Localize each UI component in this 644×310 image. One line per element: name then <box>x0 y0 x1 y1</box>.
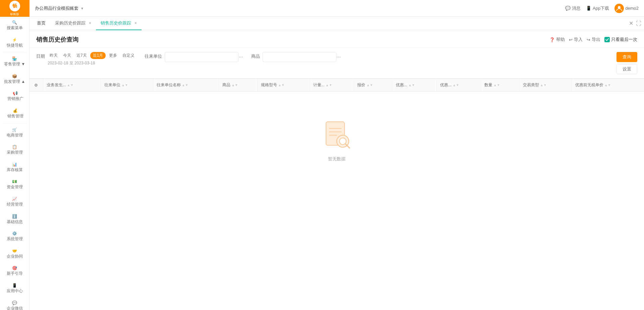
sidebar-item-ecommerce-mgmt[interactable]: 🛒 电商管理 <box>0 124 29 142</box>
th-gear: ⚙ <box>30 79 43 92</box>
user-profile[interactable]: demo2 <box>614 4 639 13</box>
help-btn[interactable]: ❓ 帮助 <box>549 37 565 43</box>
close-all-tabs-btn[interactable]: ✕ <box>629 20 633 27</box>
sort-icon-quantity: ▲▼ <box>493 84 500 87</box>
tab-close-sales[interactable]: × <box>135 21 137 25</box>
import-label: 导入 <box>574 37 583 43</box>
download-label: App下载 <box>593 5 609 11</box>
sidebar-item-inventory[interactable]: 📊 库存核算 <box>0 159 29 176</box>
date-tab-custom[interactable]: 自定义 <box>120 52 137 59</box>
date-filter-group: 日期 昨天 今天 近7天 近1月 更多 自定义 2023-02-18 至 202… <box>36 52 137 66</box>
th-quantity[interactable]: 数量▲▼ <box>481 79 520 92</box>
sort-icon-biz-date: ▲▼ <box>67 84 74 87</box>
th-quote-price[interactable]: 报价▲▼ <box>354 79 392 92</box>
sales-icon: 💰 <box>13 108 18 113</box>
expand-btn[interactable]: ⛶ <box>636 20 641 27</box>
th-pre-tax-price[interactable]: 优惠前无税单价▲▼ <box>572 79 644 92</box>
wechat-icon: 💬 <box>12 301 17 305</box>
th-discount2[interactable]: 优惠...▲▼ <box>437 79 481 92</box>
sort-icon-unit: ▲▼ <box>326 84 332 87</box>
checkbox-icon <box>604 37 610 42</box>
sidebar-item-system-mgmt[interactable]: ⚙️ 系统管理 <box>0 228 29 245</box>
gear-icon[interactable]: ⚙ <box>34 83 38 88</box>
sidebar-item-label: 电商管理 <box>7 133 23 138</box>
sidebar-item-label: 企业协同 <box>7 254 23 259</box>
export-icon: ↪ <box>587 37 590 42</box>
th-spec[interactable]: 规格型号▲▼ <box>257 79 310 92</box>
sort-icon-product: ▲▼ <box>231 84 238 87</box>
date-tab-today[interactable]: 今天 <box>61 52 73 59</box>
date-filter-label: 日期 <box>36 52 45 59</box>
sidebar-item-finance-mgmt[interactable]: 💵 资金管理 <box>0 176 29 193</box>
product-input-wrapper: ··· <box>263 52 341 62</box>
sidebar-item-new-guide[interactable]: 🎯 新手引导 <box>0 262 29 280</box>
tab-sales-history[interactable]: 销售历史价跟踪 × <box>96 17 142 30</box>
sidebar-item-label: 经营管理 <box>7 202 23 207</box>
sidebar-item-label: 营销推广 <box>7 96 23 102</box>
topbar-right: 💬 消息 📱 App下载 demo2 <box>565 4 639 13</box>
sidebar-item-label: 快捷导航 <box>7 43 23 48</box>
date-filter-dates: 昨天 今天 近7天 近1月 更多 自定义 2023-02-18 至 2023-0… <box>48 52 137 66</box>
date-tab-yesterday[interactable]: 昨天 <box>48 52 60 59</box>
th-trade-type[interactable]: 交易类型▲▼ <box>520 79 572 92</box>
date-tab-more[interactable]: 更多 <box>107 52 119 59</box>
sidebar-item-basic-info[interactable]: ℹ️ 基础信息 <box>0 211 29 228</box>
sidebar-item-sales-mgmt[interactable]: 💰 销售管理 <box>0 105 29 122</box>
sidebar-item-label: 应用中心 <box>7 289 23 294</box>
sidebar-item-wholesale-mgmt[interactable]: 📦 批发管理 ▲ <box>0 70 29 88</box>
th-biz-date[interactable]: 业务发生...▲▼ <box>43 79 101 92</box>
operations-icon: 📈 <box>12 197 17 201</box>
sidebar-item-quick-nav[interactable]: ⚡ 快捷导航 <box>0 34 29 52</box>
tab-purchase-history[interactable]: 采购历史价跟踪 × <box>50 17 96 30</box>
query-button[interactable]: 查询 <box>616 52 637 62</box>
sidebar-nav: 🔍 搜索菜单 ⚡ 快捷导航 🏪 零售管理 ▼ 📦 批发管理 ▲ 📢 营销推广 💰… <box>0 17 29 310</box>
import-icon: ↩ <box>569 37 573 42</box>
sidebar-item-operations-mgmt[interactable]: 📈 经营管理 <box>0 193 29 211</box>
sidebar-item-label: 采购管理 <box>7 150 23 155</box>
sidebar-item-label: 销售管理 <box>7 114 23 119</box>
empty-svg <box>320 118 354 152</box>
th-product[interactable]: 商品▲▼ <box>219 79 257 92</box>
sidebar-item-retail-mgmt[interactable]: 🏪 零售管理 ▼ <box>0 53 29 70</box>
download-btn[interactable]: 📱 App下载 <box>586 5 609 11</box>
tab-home[interactable]: 首页 <box>32 17 50 30</box>
sidebar-item-marketing[interactable]: 📢 营销推广 <box>0 88 29 105</box>
message-btn[interactable]: 💬 消息 <box>565 5 581 11</box>
import-btn[interactable]: ↩ 导入 <box>569 37 583 43</box>
page-title: 销售历史价查询 <box>36 36 78 44</box>
th-discount1[interactable]: 优惠...▲▼ <box>392 79 437 92</box>
sort-icon-discount2: ▲▼ <box>452 84 459 87</box>
partner-input-dots[interactable]: ··· <box>238 54 243 60</box>
product-input-dots[interactable]: ··· <box>336 54 341 60</box>
export-btn[interactable]: ↪ 导出 <box>587 37 600 43</box>
sort-icon-partner-name: ▲▼ <box>182 84 189 87</box>
only-last-checkbox-wrapper[interactable]: 只看最后一次 <box>604 37 637 43</box>
product-input[interactable] <box>263 52 336 62</box>
basic-info-icon: ℹ️ <box>12 214 17 219</box>
tabbar: 首页 采购历史价跟踪 × 销售历史价跟踪 × ✕ ⛶ <box>30 17 644 30</box>
setting-button[interactable]: 设置 <box>616 64 637 74</box>
th-partner-code[interactable]: 往来单位▲▼ <box>101 79 153 92</box>
sort-icon-spec: ▲▼ <box>278 84 285 87</box>
date-tab-7days[interactable]: 近7天 <box>74 52 89 59</box>
sidebar: 畅 标账版 🔍 搜索菜单 ⚡ 快捷导航 🏪 零售管理 ▼ 📦 批发管理 ▲ 📢 … <box>0 0 30 310</box>
tab-home-label: 首页 <box>37 20 46 26</box>
tab-close-purchase[interactable]: × <box>89 21 91 25</box>
sidebar-item-label: 系统管理 <box>7 237 23 242</box>
product-filter-group: 商品 ··· <box>251 52 341 62</box>
sidebar-item-purchase-mgmt[interactable]: 📋 采购管理 <box>0 141 29 159</box>
sidebar-item-enterprise-collab[interactable]: 🤝 企业协同 <box>0 245 29 263</box>
partner-input[interactable] <box>165 52 238 62</box>
main-area: 办公用品行业模拟账套 ▾ 💬 消息 📱 App下载 demo2 首页 <box>30 0 644 310</box>
date-tab-1month[interactable]: 近1月 <box>90 52 106 59</box>
app-center-icon: 📱 <box>12 283 17 288</box>
sidebar-item-label: 搜索菜单 <box>7 25 23 31</box>
sidebar-item-search-menu[interactable]: 🔍 搜索菜单 <box>0 17 29 34</box>
sidebar-item-app-center[interactable]: 📱 应用中心 <box>0 280 29 297</box>
product-filter-label: 商品 <box>251 52 260 59</box>
sidebar-item-enterprise-wechat[interactable]: 💬 企业微信 <box>0 297 29 310</box>
topbar-dropdown-icon[interactable]: ▾ <box>81 6 83 11</box>
th-partner-name[interactable]: 往来单位名称▲▼ <box>153 79 219 92</box>
app-logo[interactable]: 畅 标账版 <box>0 0 30 17</box>
th-unit[interactable]: 计量...▲▼ <box>310 79 354 92</box>
